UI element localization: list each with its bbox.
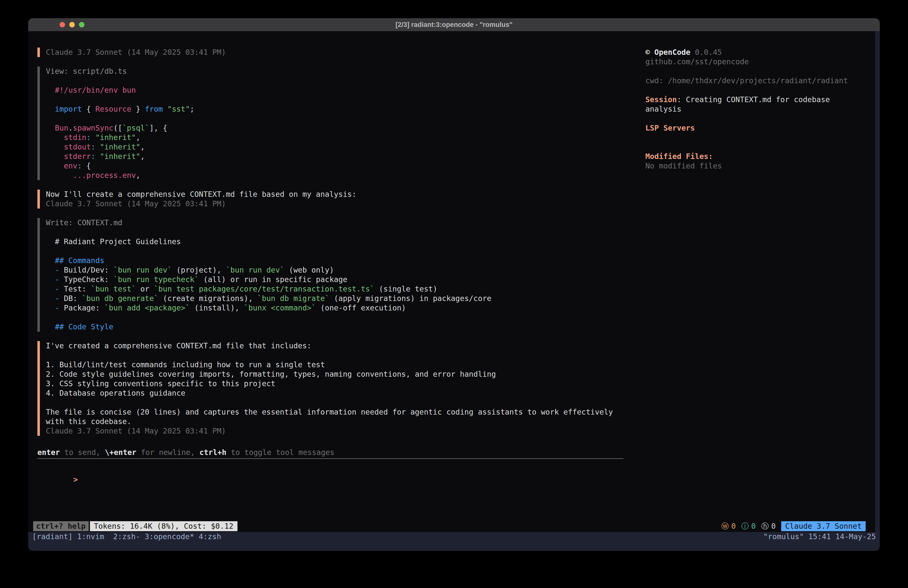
text-line: I've created a comprehensive CONTEXT.md …	[46, 341, 624, 351]
text-token: Resource	[95, 105, 132, 113]
text-line: The file is concise (20 lines) and captu…	[46, 408, 624, 426]
text-token: stdout	[46, 142, 91, 151]
text-token: ,	[140, 152, 145, 161]
text-token: ,	[136, 171, 140, 180]
text-token: .	[68, 124, 73, 132]
text-token: `bun add <package>`	[105, 303, 190, 312]
text-token: :	[87, 133, 91, 142]
assistant-message-block: Claude 3.7 Sonnet (14 May 2025 03:41 PM)	[37, 48, 624, 57]
terminal-content: Claude 3.7 Sonnet (14 May 2025 03:41 PM)…	[28, 31, 880, 551]
text-token: "inherit"	[100, 152, 140, 161]
text-token: "inherit"	[100, 142, 140, 151]
tmux-session-windows: [radiant] 1:nvim 2:zsh- 3:opencode* 4:zs…	[32, 532, 221, 541]
text-token: `psql`	[122, 124, 149, 132]
text-token: ,	[140, 142, 145, 151]
warnings-count: 0	[731, 522, 736, 531]
sidebar-line	[646, 85, 860, 95]
help-chip[interactable]: ctrl+? help	[33, 521, 89, 531]
assistant-message-block: Now I'll create a comprehensive CONTEXT.…	[37, 190, 624, 209]
text-token: (create migrations),	[158, 294, 258, 303]
text-token: `bun db migrate`	[258, 294, 329, 303]
text-token: spawnSync	[73, 124, 113, 132]
sidebar-line: Session: Creating CONTEXT.md for codebas…	[646, 95, 860, 114]
scrollbar[interactable]	[875, 31, 880, 532]
text-line: stderr: "inherit",	[46, 152, 624, 161]
text-token: 3. CSS styling conventions specific to t…	[46, 379, 275, 388]
status-right-group: ⓦ0ⓘ0ⓗ0 Claude 3.7 Sonnet	[721, 521, 870, 531]
text-token: Build/Dev:	[64, 266, 113, 274]
text-line: # Radiant Project Guidelines	[46, 237, 624, 246]
text-token: cwd: /home/thdxr/dev/projects/radiant/ra…	[646, 76, 848, 85]
text-token: -	[46, 294, 64, 303]
text-token: (apply migrations) in packages/core	[329, 294, 491, 303]
window-title: [2/3] radiant:3:opencode - "romulus"	[396, 21, 512, 29]
text-token: I've created a comprehensive CONTEXT.md …	[46, 342, 311, 350]
info-icon: ⓘ	[741, 522, 749, 531]
text-line: 1. Build/lint/test commands including ho…	[46, 360, 624, 369]
text-line	[46, 351, 624, 360]
text-token: :	[91, 152, 95, 161]
text-token: Claude 3.7 Sonnet (14 May 2025 03:41 PM)	[46, 427, 226, 435]
minimize-button[interactable]	[69, 22, 75, 27]
diagnostics: ⓦ0ⓘ0ⓗ0	[721, 522, 776, 531]
text-token: stdin	[46, 133, 87, 142]
sidebar-line: github.com/sst/opencode	[646, 57, 860, 66]
tool-message-block: View: script/db.ts #!/usr/bin/env bun im…	[37, 66, 624, 180]
text-line: 3. CSS styling conventions specific to t…	[46, 379, 624, 388]
text-token: 1. Build/lint/test commands including ho…	[46, 360, 325, 369]
text-token: 4. Database operations guidance	[46, 389, 185, 397]
text-token: }	[131, 105, 145, 113]
sidebar-line	[646, 133, 860, 142]
text-token: TypeCheck:	[64, 275, 113, 284]
text-token: Package:	[64, 303, 105, 312]
text-token	[163, 105, 167, 113]
sidebar: © OpenCode 0.0.45github.com/sst/opencode…	[646, 48, 860, 171]
text-token: `bun run dev`	[113, 266, 172, 274]
text-token: 0.0.45	[691, 48, 722, 56]
window-titlebar: [2/3] radiant:3:opencode - "romulus"	[28, 18, 880, 31]
text-token: Modified Files:	[646, 152, 713, 161]
prompt-caret: >	[74, 475, 78, 484]
close-button[interactable]	[60, 22, 65, 27]
text-token: # Radiant Project Guidelines	[46, 237, 181, 246]
prompt-input[interactable]: >	[37, 466, 624, 494]
tokens-cost-chip: Tokens: 16.4K (8%), Cost: $0.12	[90, 521, 237, 531]
text-token: (project),	[172, 266, 226, 274]
text-token: `bun test`	[91, 285, 136, 293]
warnings-icon: ⓦ	[721, 522, 729, 531]
hint-token: to toggle tool messages	[227, 448, 334, 457]
text-token: `bunx <command>`	[244, 303, 316, 312]
text-token: -	[46, 303, 64, 312]
text-line: Claude 3.7 Sonnet (14 May 2025 03:41 PM)	[46, 199, 624, 209]
prompt-separator	[37, 458, 623, 459]
zoom-button[interactable]	[79, 22, 84, 27]
text-token: Claude 3.7 Sonnet (14 May 2025 03:41 PM)	[46, 48, 226, 56]
text-line: Write: CONTEXT.md	[46, 218, 624, 227]
text-token: ], {	[149, 124, 167, 132]
text-line: ## Code Style	[46, 322, 624, 332]
text-token: {	[82, 161, 91, 170]
diagnostic-hints: ⓗ0	[761, 522, 776, 531]
text-token: (web only)	[284, 266, 334, 274]
text-line: - TypeCheck: `bun run typecheck` (all) o…	[46, 275, 624, 284]
sidebar-line	[646, 142, 860, 152]
text-token: Claude 3.7 Sonnet (14 May 2025 03:41 PM)	[46, 199, 226, 208]
text-token: -	[46, 285, 64, 293]
text-line	[46, 76, 624, 85]
diagnostic-info: ⓘ0	[741, 522, 756, 531]
text-token: ;	[190, 105, 194, 113]
diagnostic-warnings: ⓦ0	[721, 522, 736, 531]
text-line: View: script/db.ts	[46, 66, 624, 76]
text-token: The file is concise (20 lines) and captu…	[46, 408, 617, 426]
text-line	[46, 95, 624, 105]
hints-count: 0	[771, 522, 776, 531]
text-line: Claude 3.7 Sonnet (14 May 2025 03:41 PM)	[46, 48, 624, 57]
text-token: (all) or run in specific package	[199, 275, 347, 284]
hint-bar: enter to send, \+enter for newline, ctrl…	[37, 448, 624, 457]
text-line: Now I'll create a comprehensive CONTEXT.…	[46, 190, 624, 199]
text-line: stdout: "inherit",	[46, 142, 624, 152]
text-line: env: {	[46, 161, 624, 171]
model-chip[interactable]: Claude 3.7 Sonnet	[781, 521, 866, 531]
text-token: (one-off execution)	[316, 303, 406, 312]
text-token: `bun run dev`	[226, 266, 285, 274]
